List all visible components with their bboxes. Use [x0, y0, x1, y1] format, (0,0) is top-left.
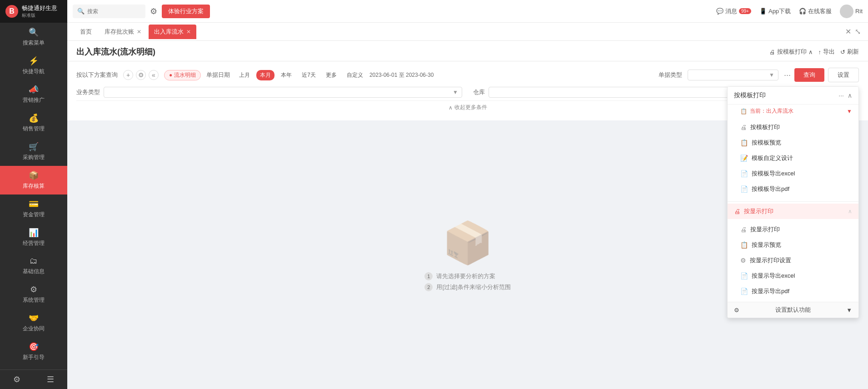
template-export-pdf-label: 按模板导出pdf [752, 185, 789, 193]
filter-row-1: 按以下方案查询 + ⚙ « ● 流水明细 单据日期 上月 本月 本年 近7天 [76, 68, 859, 82]
sidebar-item-finance[interactable]: 💳 资金管理 [0, 194, 67, 223]
dp-item-display-export-pdf[interactable]: 📄 按显示导出pdf [728, 284, 858, 299]
filter-collapse-button[interactable]: « [149, 70, 159, 80]
filter-add-button[interactable]: + [123, 70, 133, 80]
dropdown-footer[interactable]: ⚙ 设置默认功能 ▼ [728, 302, 858, 318]
filter-chip-icon: ● [169, 72, 172, 78]
date-btn-7days[interactable]: 近7天 [298, 70, 319, 80]
date-btn-this-year[interactable]: 本年 [277, 70, 295, 80]
page-title: 出入库流水(流水明细) [76, 46, 155, 57]
export-label: 导出 [823, 48, 835, 56]
empty-illustration: 📦 [442, 219, 493, 267]
tab-flow[interactable]: 出入库流水 ✕ [149, 25, 196, 39]
dp-item-display-export-excel[interactable]: 📄 按显示导出excel [728, 268, 858, 284]
basic-icon: 🗂 [30, 256, 38, 266]
sidebar-item-operation[interactable]: 📊 经营管理 [0, 223, 67, 252]
settings-gear-icon[interactable]: ⚙ [150, 6, 157, 16]
dp-item-template-design[interactable]: 📝 模板自定义设计 [728, 150, 858, 166]
display-print-label: 按显示打印 [750, 225, 780, 234]
tab-batch-close-icon[interactable]: ✕ [137, 29, 141, 35]
template-design-label: 模板自定义设计 [752, 154, 793, 162]
menu-toggle-icon[interactable]: ☰ [47, 374, 54, 384]
refresh-button[interactable]: ↺ 刷新 [840, 48, 859, 56]
tab-home[interactable]: 首页 [75, 25, 97, 39]
tab-close-all-icon[interactable]: ✕ [845, 27, 851, 36]
display-print-settings-label: 按显示打印设置 [750, 256, 791, 264]
sidebar-item-basic[interactable]: 🗂 基础信息 [0, 252, 67, 280]
sidebar-item-label: 新手引导 [23, 354, 45, 361]
messages-badge: 99+ [739, 8, 751, 14]
sidebar-item-label: 搜索菜单 [23, 39, 45, 47]
tab-home-label: 首页 [80, 28, 92, 36]
filter-settings-button[interactable]: ⚙ [136, 70, 146, 80]
sidebar-item-marketing[interactable]: 📣 营销推广 [0, 80, 67, 109]
display-section-arrow-icon: ∧ [848, 208, 852, 214]
guide-icon: 🎯 [29, 342, 39, 352]
template-pdf-icon: 📄 [740, 185, 748, 193]
date-btn-last-month[interactable]: 上月 [235, 70, 254, 80]
display-pdf-icon: 📄 [740, 288, 748, 295]
topbar-right-area: 💬 消息 99+ 📱 App下载 🎧 在线客服 Rit [716, 5, 863, 18]
biz-type-select[interactable]: ▼ [104, 87, 462, 98]
dropdown-more-icon[interactable]: ··· [838, 92, 844, 99]
search-input[interactable] [87, 8, 141, 15]
sidebar-item-guide[interactable]: 🎯 新手引导 [0, 337, 67, 366]
logo-icon: B [5, 5, 18, 18]
filter-chip[interactable]: ● 流水明细 [164, 70, 201, 80]
dp-item-template-export-pdf[interactable]: 📄 按模板导出pdf [728, 181, 858, 197]
sidebar-item-purchase[interactable]: 🛒 采购管理 [0, 137, 67, 166]
dp-section-display-title[interactable]: 🖨 按显示打印 ∧ [728, 204, 858, 219]
sidebar-item-quicknav[interactable]: ⚡ 快捷导航 [0, 51, 67, 80]
query-button[interactable]: 查询 [794, 68, 824, 82]
dp-item-display-print-settings[interactable]: ⚙ 按显示打印设置 [728, 253, 858, 268]
doc-type-arrow-icon: ▼ [769, 72, 774, 78]
sidebar-item-label: 营销推广 [23, 96, 45, 104]
dp-item-template-print[interactable]: 🖨 按模板打印 [728, 120, 858, 135]
export-button[interactable]: ↑ 导出 [818, 48, 835, 56]
dp-item-display-preview[interactable]: 📋 按显示预览 [728, 237, 858, 253]
topbar-search-icon: 🔍 [77, 8, 85, 15]
app-download-button[interactable]: 📱 App下载 [759, 7, 791, 15]
sidebar-item-label: 库存核算 [23, 182, 45, 190]
sidebar-item-apps[interactable]: 🔲 应用中心 [0, 366, 67, 369]
date-btn-more[interactable]: 更多 [322, 70, 340, 80]
date-btn-custom[interactable]: 自定义 [343, 70, 367, 80]
tab-expand-icon[interactable]: ⤡ [855, 27, 861, 36]
display-section-title-label: 按显示打印 [744, 207, 773, 215]
online-service-button[interactable]: 🎧 在线客服 [799, 7, 832, 15]
dp-item-template-export-excel[interactable]: 📄 按模板导出excel [728, 166, 858, 181]
service-icon: 🎧 [799, 8, 806, 15]
tab-flow-close-icon[interactable]: ✕ [186, 29, 191, 35]
date-filter: 上月 本月 本年 近7天 更多 自定义 2023-06-01 至 2023-06… [235, 70, 653, 80]
sidebar-bottom: ⚙ ☰ [0, 369, 67, 389]
inventory-icon: 📦 [29, 170, 39, 180]
refresh-label: 刷新 [847, 48, 859, 56]
sidebar-item-inventory[interactable]: 📦 库存核算 [0, 166, 67, 194]
topbar-search-box[interactable]: 🔍 [73, 5, 145, 18]
print-template-button[interactable]: 🖨 按模板打印 ∧ [769, 48, 813, 56]
date-btn-this-month[interactable]: 本月 [256, 70, 274, 80]
doc-type-select[interactable]: ▼ [688, 70, 778, 80]
sidebar-item-search[interactable]: 🔍 搜索菜单 [0, 23, 67, 51]
page-content: 出入库流水(流水明细) 🖨 按模板打印 ∧ ↑ 导出 ↺ 刷新 [67, 41, 868, 389]
print-dropdown-panel: 按模板打印 ··· ∧ 📋 当前：出入库流水 ▼ 🖨 按模板打印 📋 [727, 86, 859, 318]
sidebar-item-system[interactable]: ⚙ 系统管理 [0, 280, 67, 309]
settings-bottom-icon[interactable]: ⚙ [13, 374, 20, 384]
marketing-icon: 📣 [29, 85, 39, 95]
set-button[interactable]: 设置 [828, 68, 859, 82]
industry-solution-button[interactable]: 体验行业方案 [162, 5, 210, 18]
dropdown-collapse-icon[interactable]: ∧ [848, 92, 852, 99]
tab-batch[interactable]: 库存批次账 ✕ [99, 25, 147, 39]
dp-item-template-preview[interactable]: 📋 按模板预览 [728, 135, 858, 150]
more-options-icon[interactable]: ··· [784, 70, 791, 80]
dp-item-display-print[interactable]: 🖨 按显示打印 [728, 222, 858, 237]
topbar: 🔍 ⚙ 体验行业方案 💬 消息 99+ 📱 App下载 🎧 在线客服 Rit [67, 0, 868, 23]
messages-button[interactable]: 💬 消息 99+ [716, 7, 751, 15]
template-preview-icon: 📋 [740, 139, 748, 146]
tabs-right-controls: ✕ ⤡ [845, 27, 861, 36]
sidebar-item-sales[interactable]: 💰 销售管理 [0, 109, 67, 137]
user-profile[interactable]: Rit [840, 5, 863, 18]
biz-type-arrow-icon: ▼ [453, 89, 458, 95]
template-export-excel-label: 按模板导出excel [752, 170, 795, 178]
sidebar-item-collab[interactable]: 🤝 企业协同 [0, 309, 67, 337]
